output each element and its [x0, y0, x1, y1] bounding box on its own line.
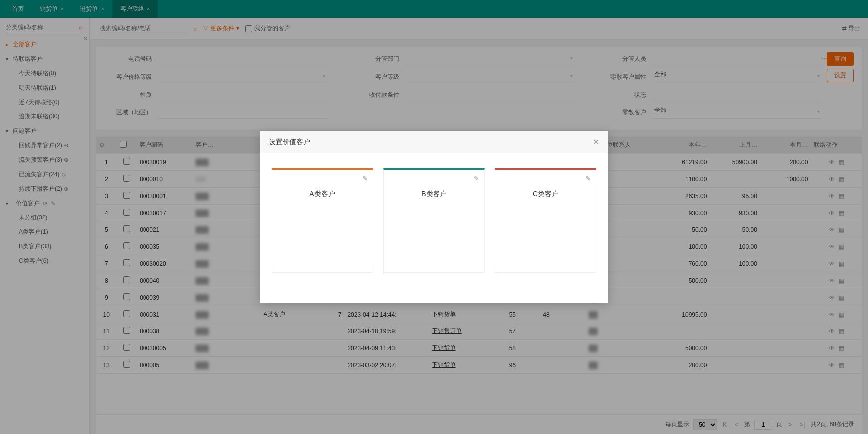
- edit-icon[interactable]: ✎: [474, 175, 479, 182]
- value-card[interactable]: ✎A类客户: [272, 168, 373, 273]
- value-card-label: C类客户: [501, 190, 590, 199]
- value-card-label: A类客户: [278, 190, 367, 199]
- value-customer-modal: 设置价值客户 ✕ ✎A类客户✎B类客户✎C类客户: [260, 131, 608, 303]
- edit-icon[interactable]: ✎: [362, 175, 368, 182]
- edit-icon[interactable]: ✎: [585, 175, 591, 182]
- modal-title: 设置价值客户: [269, 138, 310, 147]
- value-card-label: B类客户: [390, 190, 478, 199]
- close-icon[interactable]: ✕: [593, 137, 599, 147]
- value-card[interactable]: ✎B类客户: [383, 168, 485, 273]
- value-card[interactable]: ✎C类客户: [495, 168, 596, 273]
